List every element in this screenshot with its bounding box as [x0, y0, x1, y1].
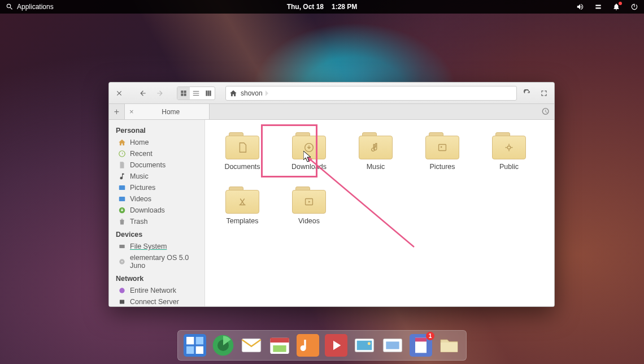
- sidebar-item-downloads[interactable]: Downloads: [109, 205, 204, 216]
- dock-screenshot[interactable]: [380, 333, 405, 358]
- dock-videos[interactable]: [324, 333, 349, 358]
- tab-strip: + × Home: [109, 104, 554, 120]
- sidebar-section-devices: Devices: [109, 227, 204, 241]
- window-toolbar: shovon: [109, 83, 554, 104]
- svg-rect-4: [119, 245, 124, 248]
- download-icon: [118, 206, 126, 214]
- arrow-right-icon: [156, 89, 164, 97]
- svg-point-12: [507, 146, 511, 149]
- folder-documents[interactable]: Documents: [211, 130, 274, 173]
- network-indicator[interactable]: [594, 3, 602, 11]
- panel-time[interactable]: 1:28 PM: [332, 3, 357, 11]
- folder-pictures[interactable]: Pictures: [411, 130, 474, 173]
- sidebar-item-network[interactable]: Entire Network: [109, 285, 204, 296]
- dock-browser[interactable]: [211, 333, 236, 358]
- folder-label: Documents: [224, 163, 260, 171]
- sidebar-item-pictures[interactable]: Pictures: [109, 182, 204, 193]
- tab-home[interactable]: × Home: [125, 104, 210, 119]
- cursor-icon: [303, 151, 312, 162]
- dock-multitasking[interactable]: [182, 333, 207, 358]
- folder-music[interactable]: Music: [344, 130, 407, 173]
- folder-icon: [225, 132, 259, 159]
- power-indicator[interactable]: [630, 3, 638, 11]
- clock-icon: [118, 150, 126, 158]
- new-tab-button[interactable]: +: [109, 104, 125, 119]
- network-icon: [594, 3, 602, 11]
- svg-rect-30: [357, 341, 372, 350]
- notifications-indicator[interactable]: [612, 3, 620, 11]
- folder-label: Pictures: [429, 163, 455, 171]
- document-icon: [118, 161, 126, 169]
- folder-label: Videos: [298, 217, 320, 225]
- nav-back-button[interactable]: [136, 86, 150, 100]
- svg-rect-25: [270, 338, 289, 343]
- folder-icon: [425, 132, 459, 159]
- tab-close-button[interactable]: ×: [129, 107, 134, 116]
- svg-rect-2: [119, 197, 125, 201]
- view-grid-button[interactable]: [177, 87, 190, 99]
- sidebar-item-connect-server[interactable]: Connect Server: [109, 296, 204, 306]
- folder-templates[interactable]: Templates: [211, 184, 274, 227]
- sidebar-item-recent[interactable]: Recent: [109, 148, 204, 159]
- view-list-button[interactable]: [190, 87, 202, 99]
- dock-music[interactable]: [295, 333, 320, 358]
- svg-rect-18: [196, 337, 203, 344]
- dock-appcenter[interactable]: 1: [408, 333, 433, 358]
- folder-icon: [359, 132, 393, 159]
- dock-files[interactable]: [437, 333, 462, 358]
- path-bar[interactable]: shovon: [225, 86, 517, 101]
- folder-icon: [225, 187, 259, 214]
- folder-videos[interactable]: Videos: [277, 184, 341, 227]
- reload-button[interactable]: [520, 86, 534, 100]
- home-icon: [229, 89, 237, 97]
- close-button[interactable]: [112, 86, 126, 100]
- svg-point-6: [121, 261, 123, 262]
- nav-forward-button[interactable]: [153, 86, 167, 100]
- sidebar-item-documents[interactable]: Documents: [109, 159, 204, 171]
- folder-public[interactable]: Public: [477, 130, 541, 173]
- disc-icon: [118, 258, 126, 266]
- server-icon: [118, 298, 126, 306]
- sound-indicator[interactable]: [576, 3, 584, 11]
- sidebar-item-videos[interactable]: Videos: [109, 193, 204, 205]
- dock-mail[interactable]: [239, 333, 264, 358]
- maximize-button[interactable]: [537, 86, 551, 100]
- view-columns-button[interactable]: [202, 87, 215, 99]
- files-window: shovon + × Home Personal Home Recent Doc…: [108, 82, 555, 307]
- svg-point-7: [119, 288, 124, 293]
- tab-label: Home: [137, 108, 204, 116]
- sidebar-item-trash[interactable]: Trash: [109, 216, 204, 227]
- svg-rect-19: [186, 346, 194, 354]
- svg-rect-26: [273, 345, 286, 352]
- sidebar-item-disc[interactable]: elementary OS 5.0 Juno: [109, 252, 204, 271]
- sidebar-item-filesystem[interactable]: File System: [109, 241, 204, 252]
- sidebar-item-home[interactable]: Home: [109, 137, 204, 148]
- sidebar-item-music[interactable]: Music: [109, 171, 204, 182]
- dock-calendar[interactable]: [267, 333, 292, 358]
- folder-icon: [492, 132, 526, 159]
- picture-icon: [118, 184, 126, 192]
- trash-icon: [118, 218, 126, 226]
- reload-icon: [523, 89, 531, 97]
- tab-history-button[interactable]: [541, 107, 551, 117]
- svg-point-11: [441, 146, 442, 148]
- breadcrumb[interactable]: shovon: [240, 89, 266, 97]
- folder-label: Music: [367, 163, 385, 171]
- globe-icon: [118, 287, 126, 294]
- places-sidebar: Personal Home Recent Documents Music Pic…: [109, 120, 205, 306]
- bell-icon: [612, 3, 620, 11]
- grid-icon: [180, 89, 188, 97]
- home-icon: [118, 138, 126, 146]
- columns-icon: [204, 89, 212, 97]
- applications-menu[interactable]: Applications: [6, 3, 54, 11]
- video-icon: [118, 195, 126, 203]
- svg-point-31: [368, 342, 371, 345]
- sidebar-section-network: Network: [109, 271, 204, 285]
- folder-view[interactable]: DocumentsDownloadsMusicPicturesPublicTem…: [205, 120, 554, 306]
- dock-photos[interactable]: [352, 333, 377, 358]
- svg-rect-36: [415, 338, 427, 342]
- svg-rect-23: [242, 339, 260, 352]
- top-panel: Applications Thu, Oct 18 1:28 PM: [0, 0, 644, 14]
- power-icon: [630, 3, 638, 11]
- panel-date[interactable]: Thu, Oct 18: [287, 3, 324, 11]
